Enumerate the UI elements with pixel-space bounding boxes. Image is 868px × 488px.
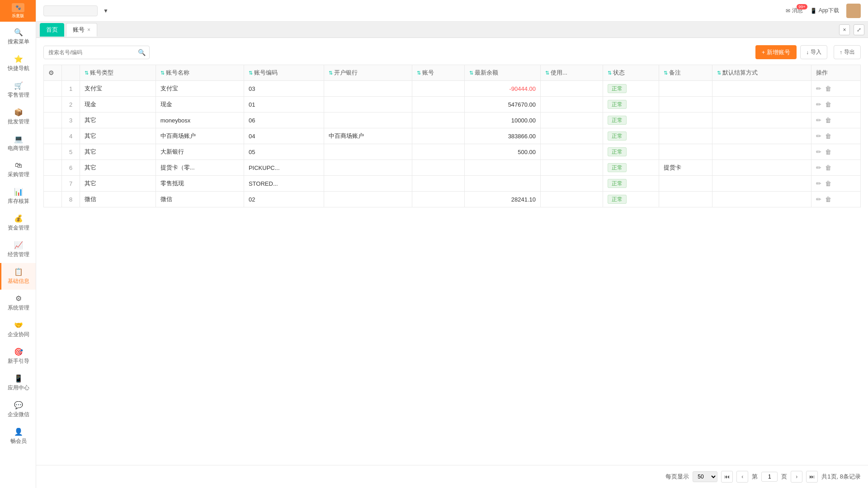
row-settings (44, 176, 62, 192)
th-settings[interactable]: ⚙ (44, 65, 62, 81)
tab-close-button[interactable]: × (839, 24, 850, 35)
row-remark (659, 192, 712, 207)
sidebar-item-basic[interactable]: 📋基础信息 (0, 263, 36, 290)
edit-icon[interactable]: ✏ (816, 101, 821, 108)
row-code: 05 (244, 144, 324, 160)
sidebar-item-inventory[interactable]: 📊库存核算 (0, 183, 36, 210)
import-button[interactable]: ↓ 导入 (800, 45, 827, 59)
search-input[interactable] (44, 47, 134, 58)
tab-home[interactable]: 首页 (40, 23, 64, 37)
delete-icon[interactable]: 🗑 (825, 85, 831, 92)
row-settlement (712, 97, 811, 113)
row-name: 大新银行 (156, 144, 244, 160)
th-settlement[interactable]: ⇅默认结算方式 (712, 65, 811, 81)
sidebar-item-purchase[interactable]: 🛍采购管理 (0, 157, 36, 183)
delete-icon[interactable]: 🗑 (825, 101, 831, 108)
page-size-select[interactable]: 50 20 100 (693, 471, 717, 482)
edit-icon[interactable]: ✏ (816, 180, 821, 187)
edit-icon[interactable]: ✏ (816, 117, 821, 124)
row-status: 正常 (603, 113, 659, 128)
edit-icon[interactable]: ✏ (816, 85, 821, 92)
sidebar-item-search[interactable]: 🔍搜索菜单 (0, 23, 36, 50)
row-settings (44, 192, 62, 207)
row-balance: 28241.10 (465, 192, 541, 207)
sidebar-item-operation[interactable]: 📈经营管理 (0, 236, 36, 263)
table-row: 8 微信 微信 02 28241.10 正常 ✏ 🗑 (44, 192, 861, 207)
delete-icon[interactable]: 🗑 (825, 148, 831, 155)
prev-page-button[interactable]: ‹ (736, 471, 748, 483)
sidebar-item-appcenter[interactable]: 📱应用中心 (0, 370, 36, 396)
page-label: 第 (752, 473, 758, 481)
tab-expand-button[interactable]: ⤢ (854, 24, 864, 35)
sidebar-item-capital[interactable]: 💰资金管理 (0, 210, 36, 236)
sidebar-item-shortcut[interactable]: ⭐快捷导航 (0, 50, 36, 77)
appcenter-icon: 📱 (14, 374, 23, 383)
sidebar-label-capital: 资金管理 (8, 224, 29, 232)
delete-icon[interactable]: 🗑 (825, 132, 831, 140)
app-download-button[interactable]: 📱 App下载 (810, 7, 839, 14)
th-code[interactable]: ⇅账号编码 (244, 65, 324, 81)
row-remark: 提货卡 (659, 160, 712, 176)
row-action: ✏ 🗑 (811, 113, 861, 128)
delete-icon[interactable]: 🗑 (825, 117, 831, 124)
sidebar-item-ecommerce[interactable]: 💻电商管理 (0, 130, 36, 157)
user-avatar[interactable] (846, 4, 861, 18)
th-usage[interactable]: ⇅使用... (541, 65, 603, 81)
sidebar-item-agreement[interactable]: 🤝企业协同 (0, 316, 36, 343)
topbar-search-input[interactable] (43, 5, 98, 16)
row-bank (324, 81, 412, 97)
row-num: 2 (62, 97, 80, 113)
agreement-icon: 🤝 (14, 321, 23, 329)
row-usage (541, 176, 603, 192)
sidebar-item-retail[interactable]: 🛒零售管理 (0, 77, 36, 103)
row-balance: 500.00 (465, 144, 541, 160)
th-status[interactable]: ⇅状态 (603, 65, 659, 81)
message-button[interactable]: ✉ 消息 99+ (786, 7, 803, 14)
row-type: 其它 (80, 160, 156, 176)
tab-account[interactable]: 账号 × (66, 23, 97, 37)
table-row: 4 其它 中百商场账户 04 中百商场账户 383866.00 正常 ✏ 🗑 (44, 128, 861, 144)
sidebar-item-member[interactable]: 👤畅会员 (0, 423, 36, 450)
row-remark (659, 176, 712, 192)
edit-icon[interactable]: ✏ (816, 164, 821, 171)
delete-icon[interactable]: 🗑 (825, 180, 831, 187)
first-page-button[interactable]: ⏮ (721, 471, 733, 483)
settings-icon[interactable]: ⚙ (48, 69, 54, 76)
row-type: 其它 (80, 113, 156, 128)
sidebar-item-newguide[interactable]: 🎯新手引导 (0, 343, 36, 370)
wholesale-icon: 📦 (14, 108, 23, 117)
sidebar-nav: 🔍搜索菜单⭐快捷导航🛒零售管理📦批发管理💻电商管理🛍采购管理📊库存核算💰资金管理… (0, 22, 36, 488)
th-name[interactable]: ⇅账号名称 (156, 65, 244, 81)
th-account[interactable]: ⇅账号 (412, 65, 465, 81)
edit-icon[interactable]: ✏ (816, 148, 821, 155)
th-bank[interactable]: ⇅开户银行 (324, 65, 412, 81)
th-remark[interactable]: ⇅备注 (659, 65, 712, 81)
row-balance: 383866.00 (465, 128, 541, 144)
row-usage (541, 128, 603, 144)
tab-close-icon[interactable]: × (87, 27, 90, 33)
next-page-button[interactable]: › (791, 471, 802, 483)
row-usage (541, 192, 603, 207)
th-balance[interactable]: ⇅最新余额 (465, 65, 541, 81)
sidebar-item-wholesale[interactable]: 📦批发管理 (0, 103, 36, 130)
page-input[interactable] (761, 472, 778, 482)
add-account-button[interactable]: + 新增账号 (755, 45, 797, 59)
topbar-dropdown[interactable]: ▼ (103, 8, 108, 14)
row-balance: 10000.00 (465, 113, 541, 128)
edit-icon[interactable]: ✏ (816, 132, 821, 140)
row-type: 其它 (80, 176, 156, 192)
search-button[interactable]: 🔍 (134, 46, 149, 59)
export-icon: ↑ (840, 49, 842, 56)
row-bank (324, 97, 412, 113)
edit-icon[interactable]: ✏ (816, 196, 821, 203)
row-account (412, 192, 465, 207)
export-button[interactable]: ↑ 导出 (834, 45, 861, 59)
th-type[interactable]: ⇅账号类型 (80, 65, 156, 81)
logo-subtext: 乐意版 (12, 13, 24, 19)
status-badge: 正常 (608, 147, 627, 156)
delete-icon[interactable]: 🗑 (825, 196, 831, 203)
last-page-button[interactable]: ⏭ (806, 471, 818, 483)
sidebar-item-wechat[interactable]: 💬企业微信 (0, 396, 36, 423)
delete-icon[interactable]: 🗑 (825, 164, 831, 171)
sidebar-item-system[interactable]: ⚙系统管理 (0, 290, 36, 316)
